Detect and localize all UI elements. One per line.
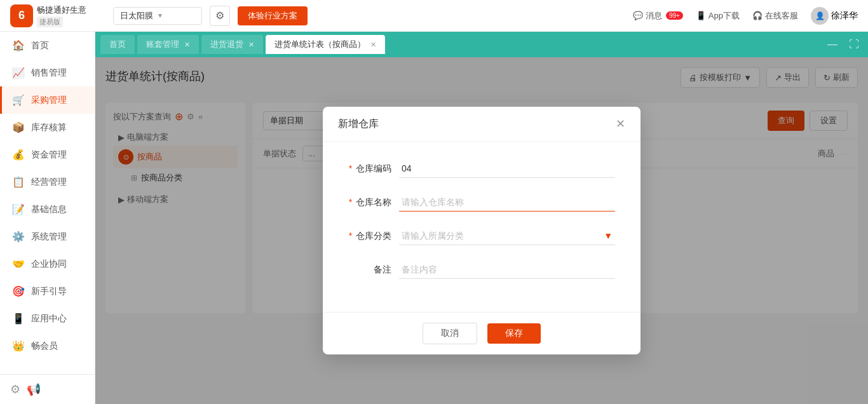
tab-purchase-return[interactable]: 进货退货 ✕ (201, 35, 263, 54)
note-input[interactable] (399, 260, 615, 279)
top-header: 6 畅捷通好生意 捷易版 日太阳膜 ▼ ⚙ 体验行业方案 💬 消息 99+ 📱 … (0, 0, 868, 32)
sidebar-label-apps: 应用中心 (31, 313, 67, 325)
inventory-icon: 📦 (12, 121, 25, 133)
tab-account-label: 账套管理 (146, 39, 179, 50)
dialog-body: * 仓库编码 * 仓库名称 (323, 142, 641, 312)
tab-home-label: 首页 (109, 39, 126, 50)
sidebar-label-purchase: 采购管理 (31, 95, 67, 106)
modal-overlay[interactable]: 新增仓库 ✕ * 仓库编码 (95, 57, 868, 404)
code-input[interactable] (399, 159, 615, 178)
sidebar-item-operation[interactable]: 📋 经营管理 (0, 168, 95, 196)
tab-account[interactable]: 账套管理 ✕ (137, 35, 199, 54)
sidebar-label-basic: 基础信息 (31, 204, 67, 215)
tab-purchase-stats[interactable]: 进货单统计表（按商品） ✕ (266, 35, 385, 54)
mobile-icon: 📱 (696, 11, 706, 20)
user-area[interactable]: 👤 徐泽华 (811, 7, 858, 25)
main-layout: 🏠 首页 📈 销售管理 🛒 采购管理 📦 库存核算 💰 资金管理 📋 经营管理 … (0, 32, 868, 404)
sidebar-item-basic[interactable]: 📝 基础信息 (0, 196, 95, 223)
content-area: 首页 账套管理 ✕ 进货退货 ✕ 进货单统计表（按商品） ✕ — ⛶ (95, 32, 868, 404)
message-badge: 99+ (666, 11, 683, 20)
online-service-button[interactable]: 🎧 在线客服 (752, 10, 798, 22)
sidebar: 🏠 首页 📈 销售管理 🛒 采购管理 📦 库存核算 💰 资金管理 📋 经营管理 … (0, 32, 95, 404)
tab-expand-button[interactable]: ⛶ (845, 37, 863, 51)
collab-icon: 🤝 (12, 258, 25, 270)
tab-purchase-stats-close[interactable]: ✕ (370, 41, 376, 49)
message-button[interactable]: 💬 消息 99+ (633, 10, 683, 22)
tab-purchase-return-label: 进货退货 (210, 39, 243, 50)
sidebar-item-system[interactable]: ⚙️ 系统管理 (0, 223, 95, 250)
trial-button[interactable]: 体验行业方案 (238, 6, 308, 25)
apps-icon: 📱 (12, 313, 25, 325)
sidebar-item-sales[interactable]: 📈 销售管理 (0, 59, 95, 86)
code-label: * 仓库编码 (348, 163, 399, 175)
logo-icon: 6 (10, 4, 33, 27)
header-right: 💬 消息 99+ 📱 App下载 🎧 在线客服 👤 徐泽华 (633, 7, 858, 25)
sidebar-label-inventory: 库存核算 (31, 122, 67, 133)
message-icon: 💬 (633, 11, 643, 20)
dialog-header: 新增仓库 ✕ (323, 107, 641, 142)
sidebar-label-collab: 企业协同 (31, 259, 67, 270)
system-icon: ⚙️ (12, 231, 25, 243)
name-input[interactable] (399, 193, 615, 212)
sidebar-item-vip[interactable]: 👑 畅会员 (0, 332, 95, 360)
chevron-down-icon: ▼ (157, 12, 163, 19)
sales-icon: 📈 (12, 67, 25, 79)
form-row-code: * 仓库编码 (348, 159, 615, 178)
app-download-button[interactable]: 📱 App下载 (696, 10, 740, 22)
form-row-note: 备注 (348, 260, 615, 279)
sidebar-label-home: 首页 (31, 40, 49, 51)
sidebar-item-home[interactable]: 🏠 首页 (0, 32, 95, 59)
tab-purchase-stats-label: 进货单统计表（按商品） (275, 39, 365, 50)
sidebar-item-inventory[interactable]: 📦 库存核算 (0, 114, 95, 141)
tab-minimize-button[interactable]: — (824, 37, 841, 51)
logo-text: 畅捷通好生意 捷易版 (37, 4, 86, 27)
store-name: 日太阳膜 (120, 10, 153, 22)
sidebar-label-sales: 销售管理 (31, 67, 67, 79)
sidebar-label-guide: 新手引导 (31, 286, 67, 297)
user-name: 徐泽华 (831, 10, 858, 22)
category-input[interactable] (402, 231, 604, 241)
sidebar-item-guide[interactable]: 🎯 新手引导 (0, 278, 95, 305)
save-button[interactable]: 保存 (487, 323, 541, 344)
store-selector[interactable]: 日太阳膜 ▼ (113, 7, 202, 25)
tab-purchase-return-close[interactable]: ✕ (248, 41, 254, 49)
tab-account-close[interactable]: ✕ (184, 41, 190, 49)
finance-icon: 💰 (12, 149, 25, 161)
category-arrow-icon: ▼ (604, 231, 613, 241)
settings-bottom-icon[interactable]: ⚙ (10, 382, 20, 396)
sidebar-item-purchase[interactable]: 🛒 采购管理 (0, 86, 95, 114)
operation-icon: 📋 (12, 176, 25, 188)
sidebar-label-finance: 资金管理 (31, 149, 67, 161)
sidebar-label-operation: 经营管理 (31, 177, 67, 188)
sidebar-label-vip: 畅会员 (31, 340, 58, 352)
note-label: 备注 (348, 264, 399, 276)
vip-icon: 👑 (12, 340, 25, 352)
tab-bar: 首页 账套管理 ✕ 进货退货 ✕ 进货单统计表（按商品） ✕ — ⛶ (95, 32, 868, 57)
dialog-close-button[interactable]: ✕ (616, 117, 625, 131)
sidebar-item-collab[interactable]: 🤝 企业协同 (0, 250, 95, 278)
home-icon: 🏠 (12, 39, 25, 51)
dialog-title: 新增仓库 (338, 118, 379, 131)
tab-right-actions: — ⛶ (824, 37, 863, 51)
sidebar-label-system: 系统管理 (31, 231, 67, 243)
cancel-button[interactable]: 取消 (423, 323, 477, 344)
sidebar-item-apps[interactable]: 📱 应用中心 (0, 305, 95, 332)
form-row-category: * 仓库分类 ▼ (348, 227, 615, 245)
purchase-icon: 🛒 (12, 94, 25, 106)
speaker-icon[interactable]: 📢 (27, 382, 41, 396)
guide-icon: 🎯 (12, 285, 25, 297)
sidebar-item-finance[interactable]: 💰 资金管理 (0, 141, 95, 168)
sidebar-bottom: ⚙ 📢 (0, 374, 95, 404)
category-label: * 仓库分类 (348, 231, 399, 242)
add-warehouse-dialog: 新增仓库 ✕ * 仓库编码 (323, 107, 641, 354)
basic-icon: 📝 (12, 203, 25, 215)
headset-icon: 🎧 (752, 11, 763, 20)
page-content: 进货单统计(按商品) 🖨 按模板打印 ▼ ↗ 导出 ↻ 刷新 (95, 57, 868, 404)
avatar: 👤 (811, 7, 829, 25)
settings-button[interactable]: ⚙ (210, 6, 230, 26)
dialog-footer: 取消 保存 (323, 312, 641, 354)
tab-home[interactable]: 首页 (100, 35, 135, 54)
logo-area: 6 畅捷通好生意 捷易版 (10, 4, 105, 27)
form-row-name: * 仓库名称 (348, 193, 615, 212)
category-select[interactable]: ▼ (399, 227, 615, 245)
